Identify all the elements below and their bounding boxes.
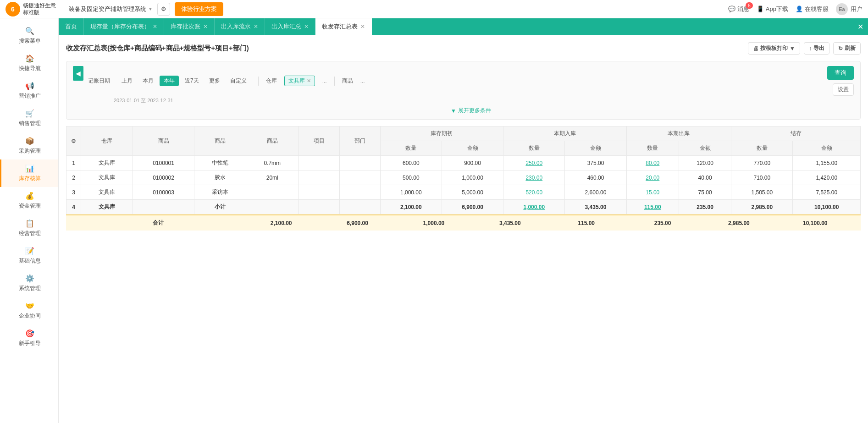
tab-inventory-dist[interactable]: 现存量（库存分布表） ✕ — [84, 18, 164, 35]
subtotal-dept — [339, 200, 380, 214]
tab-bar-close-all[interactable]: ✕ — [857, 22, 868, 31]
row1-warehouse: 文具库 — [81, 156, 133, 170]
row3-in-qty[interactable]: 520.00 — [503, 185, 565, 200]
tab-batch[interactable]: 库存批次账 ✕ — [164, 18, 215, 35]
tab-inout-summary[interactable]: 出入库汇总 ✕ — [265, 18, 315, 35]
row1-out-qty[interactable]: 80.00 — [626, 156, 679, 170]
app-download-item[interactable]: 📱 App下载 — [757, 5, 788, 13]
sidebar-item-operations[interactable]: 📋 经营管理 — [0, 214, 58, 242]
row1-project — [299, 156, 339, 170]
row3-bal-amt: 7,525.00 — [793, 185, 861, 200]
open-amt-header: 金额 — [442, 141, 503, 156]
notification-item[interactable]: 💬 消息 6 — [728, 5, 749, 13]
print-button[interactable]: 🖨 按模板打印 ▼ — [748, 42, 800, 55]
tab-inout-summary-close[interactable]: ✕ — [304, 23, 309, 30]
date-btn-more[interactable]: 更多 — [205, 76, 224, 86]
total-bal-qty: 2,985.00 — [701, 220, 777, 226]
purchase-icon: 📦 — [25, 137, 34, 145]
trial-button[interactable]: 体验行业方案 — [175, 2, 223, 16]
expand-row: ▼ 展开更多条件 — [88, 104, 854, 115]
tab-batch-close[interactable]: ✕ — [203, 23, 208, 30]
row2-no: 2 — [66, 170, 81, 185]
row3-in-amt: 2,600.00 — [565, 185, 626, 200]
sidebar-item-search[interactable]: 🔍 搜索菜单 — [0, 22, 58, 49]
total-in-qty: 1,000.00 — [396, 220, 472, 226]
tab-inventory-dist-close[interactable]: ✕ — [153, 23, 157, 30]
system-selector[interactable]: 装备及固定资产辅助管理系统 ▼ — [69, 5, 153, 13]
guide-icon: 🎯 — [25, 329, 34, 338]
group-out: 本期出库 — [626, 126, 731, 141]
data-table: ⚙ 仓库 商品 商品 商品 项目 部门 库存期初 本期入库 本期出库 结存 数量 — [66, 126, 861, 214]
row1-code: 0100001 — [133, 156, 194, 170]
col-settings[interactable]: ⚙ — [66, 126, 81, 156]
row2-dept — [339, 170, 380, 185]
row3-out-qty[interactable]: 15.00 — [626, 185, 679, 200]
row1-open-qty: 600.00 — [380, 156, 442, 170]
sidebar-item-system[interactable]: ⚙️ 系统管理 — [0, 269, 58, 297]
sidebar-item-guide[interactable]: 🎯 新手引导 — [0, 324, 58, 352]
date-btn-cur-month[interactable]: 本月 — [138, 76, 158, 86]
warehouse-more[interactable]: ... — [322, 78, 327, 84]
page-area: 收发存汇总表(按仓库+商品编码+商品+规格型号+项目+部门) 🖨 按模板打印 ▼… — [59, 35, 868, 423]
online-service-item[interactable]: 👤 在线客服 — [796, 5, 829, 13]
group-opening: 库存期初 — [380, 126, 503, 141]
col-code: 商品 — [133, 126, 194, 156]
sidebar-item-finance[interactable]: 💰 资金管理 — [0, 187, 58, 214]
settings-button[interactable]: ⚙ — [157, 3, 170, 16]
sidebar-item-marketing[interactable]: 📢 营销推广 — [0, 77, 58, 104]
row2-warehouse: 文具库 — [81, 170, 133, 185]
date-btn-7days[interactable]: 近7天 — [181, 76, 203, 86]
tab-bar: 首页 现存量（库存分布表） ✕ 库存批次账 ✕ 出入库流水 ✕ 出入库汇总 ✕ … — [59, 18, 868, 35]
tab-inout-flow-close[interactable]: ✕ — [254, 23, 258, 30]
row2-out-qty[interactable]: 20.00 — [626, 170, 679, 185]
subtotal-bal-amt: 10,100.00 — [793, 200, 861, 214]
table-row: 2 文具库 0100002 胶水 20ml 500.00 1,000.00 23… — [66, 170, 861, 185]
subtotal-no: 4 — [66, 200, 81, 214]
query-button[interactable]: 查询 — [827, 66, 854, 80]
open-qty-header: 数量 — [380, 141, 442, 156]
sidebar-item-quick-nav[interactable]: 🏠 快捷导航 — [0, 49, 58, 77]
date-btn-custom[interactable]: 自定义 — [226, 76, 251, 86]
subtotal-warehouse: 文具库 — [81, 200, 133, 214]
row3-out-amt: 75.00 — [679, 185, 731, 200]
row1-out-amt: 120.00 — [679, 156, 731, 170]
warehouse-tag-close[interactable]: ✕ — [307, 78, 311, 84]
sidebar-label-purchase: 采购管理 — [19, 147, 41, 155]
sidebar-item-inventory[interactable]: 📊 库存核算 — [0, 159, 58, 187]
sidebar-item-purchase[interactable]: 📦 采购管理 — [0, 132, 58, 159]
tab-inout-flow[interactable]: 出入库流水 ✕ — [215, 18, 265, 35]
logo-area: 6 畅捷通好生意 标准版 — [6, 2, 64, 16]
sales-icon: 🛒 — [25, 109, 34, 118]
row1-in-qty[interactable]: 250.00 — [503, 156, 565, 170]
print-label: 按模板打印 — [760, 44, 788, 52]
subtotal-out-qty[interactable]: 115.00 — [626, 200, 679, 214]
expand-conditions-btn[interactable]: ▼ 展开更多条件 — [451, 107, 491, 115]
sidebar-item-sales[interactable]: 🛒 销售管理 — [0, 104, 58, 132]
row2-in-qty[interactable]: 230.00 — [503, 170, 565, 185]
tab-recv-summary-close[interactable]: ✕ — [360, 23, 365, 30]
sidebar-item-base[interactable]: 📝 基础信息 — [0, 242, 58, 269]
subtotal-in-qty[interactable]: 1,000.00 — [503, 200, 565, 214]
filter-collapse-btn[interactable]: ◀ — [73, 66, 83, 81]
date-btn-prev-month[interactable]: 上月 — [117, 76, 137, 86]
in-qty-header: 数量 — [503, 141, 565, 156]
sidebar-item-collab[interactable]: 🤝 企业协同 — [0, 297, 58, 324]
table-row: 1 文具库 0100001 中性笔 0.7mm 600.00 900.00 25… — [66, 156, 861, 170]
base-icon: 📝 — [25, 247, 34, 255]
export-button[interactable]: ↑ 导出 — [804, 42, 829, 55]
user-area[interactable]: Ea 用户 — [836, 3, 862, 15]
logo-icon: 6 — [6, 2, 20, 16]
col-warehouse: 仓库 — [81, 126, 133, 156]
header-left: 6 畅捷通好生意 标准版 装备及固定资产辅助管理系统 ▼ ⚙ 体验行业方案 — [6, 2, 223, 16]
tab-recv-summary[interactable]: 收发存汇总表 ✕ — [315, 18, 372, 35]
goods-more[interactable]: ... — [360, 78, 365, 84]
refresh-button[interactable]: ↻ 刷新 — [833, 42, 861, 55]
date-btn-cur-year[interactable]: 本年 — [160, 76, 179, 86]
sidebar-label-collab: 企业协同 — [19, 312, 41, 320]
subtotal-in-amt: 3,435.00 — [565, 200, 626, 214]
tab-home[interactable]: 首页 — [59, 18, 84, 35]
group-balance: 结存 — [731, 126, 861, 141]
warehouse-filter-tag: 文具库 ✕ — [284, 76, 315, 86]
sidebar: 🔍 搜索菜单 🏠 快捷导航 📢 营销推广 🛒 销售管理 📦 采购管理 📊 库存核… — [0, 18, 59, 423]
set-button[interactable]: 设置 — [833, 83, 854, 96]
